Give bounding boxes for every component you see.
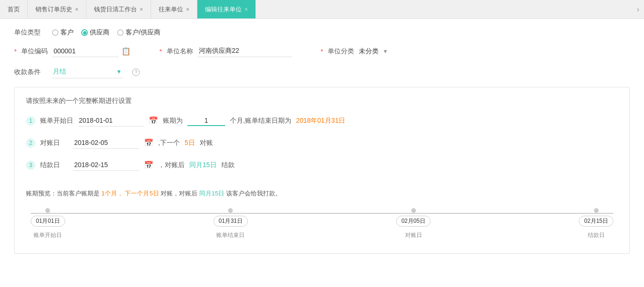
radio-both[interactable]: 客户/供应商 [117, 28, 161, 37]
payment-help-icon[interactable]: ? [132, 68, 140, 76]
timeline-badge-3: 02月05日 [396, 216, 431, 227]
step-2-number: 2 [26, 138, 35, 148]
timeline: 01月01日 账单开始日 01月31日 账单结束日 02月05日 对账日 [26, 208, 618, 239]
unit-classify-arrow-icon: ▼ [382, 48, 388, 55]
preview-text: 账期预览：当前客户账期是 1个月， 下一个月5日 对账，对账后 同月15日 该客… [26, 189, 618, 199]
radio-customer[interactable]: 客户 [52, 28, 74, 37]
radio-supplier[interactable]: 供应商 [81, 28, 110, 37]
tab-cash-work[interactable]: 钱货日清工作台 × [86, 0, 151, 18]
payment-date-calendar-icon[interactable]: 📅 [144, 160, 153, 169]
timeline-node-1: 01月01日 账单开始日 [31, 208, 65, 239]
timeline-node-4: 02月15日 结款日 [579, 208, 613, 239]
unit-type-row: 单位类型 客户 供应商 客户/供应商 [14, 28, 630, 37]
tab-partner-close[interactable]: × [186, 6, 189, 13]
tab-edit-partner-label: 编辑往来单位 [205, 5, 242, 14]
timeline-badge-4: 02月15日 [579, 216, 613, 227]
tab-cash-work-label: 钱货日清工作台 [94, 5, 137, 14]
setting-row-1: 1 账单开始日 📅 账期为 个月,账单结束日期为 2018年01月31日 [26, 115, 618, 127]
unit-name-input[interactable] [198, 45, 292, 57]
period-end-date: 2018年01月31日 [296, 117, 345, 125]
start-date-calendar-icon[interactable]: 📅 [149, 116, 158, 125]
tab-sales-history[interactable]: 销售订单历史 × [28, 0, 86, 18]
timeline-badge-1: 01月01日 [31, 216, 65, 227]
radio-customer-label: 客户 [60, 28, 74, 37]
payment-date-input[interactable] [73, 159, 139, 171]
timeline-node-2: 01月31日 账单结束日 [213, 208, 248, 239]
timeline-dot-1 [45, 208, 50, 213]
preview-box: 账期预览：当前客户账期是 1个月， 下一个月5日 对账，对账后 同月15日 该客… [26, 181, 618, 244]
page-content: 单位类型 客户 供应商 客户/供应商 * 单位编码 📋 * [0, 19, 644, 287]
preview-period: 1个月， [102, 190, 123, 197]
radio-customer-circle [52, 29, 59, 36]
reconcile-hint-day: 5日 [185, 139, 195, 147]
unit-name-label: 单位名称 [167, 47, 195, 56]
unit-classify-label: 单位分类 [328, 47, 356, 56]
timeline-dot-3 [411, 208, 416, 213]
reconcile-date-calendar-icon[interactable]: 📅 [144, 138, 153, 147]
tab-home[interactable]: 首页 [0, 0, 28, 18]
radio-both-circle [117, 29, 124, 36]
payment-dropdown[interactable]: 月结 ▼ [52, 66, 123, 78]
timeline-label-4: 结款日 [588, 231, 605, 239]
payment-value: 月结 [53, 68, 114, 76]
preview-payment: 同月15日 [199, 190, 224, 197]
period-label: 账期为 [163, 117, 183, 125]
payment-row: 收款条件 月结 ▼ ? [14, 66, 630, 78]
step-3-label: 结款日 [40, 161, 68, 169]
payment-dropdown-arrow-icon: ▼ [116, 68, 122, 75]
tab-cash-work-close[interactable]: × [140, 6, 143, 13]
timeline-label-1: 账单开始日 [34, 231, 62, 239]
period-unit: 个月,账单结束日期为 [230, 117, 291, 125]
payment-label: 收款条件 [14, 68, 42, 76]
unit-name-group: * 单位名称 [159, 45, 292, 57]
tab-partner-label: 往来单位 [159, 5, 183, 14]
timeline-node-3: 02月05日 对账日 [396, 208, 431, 239]
timeline-dot-4 [594, 208, 599, 213]
unit-code-input[interactable] [52, 45, 119, 57]
payment-hint-suffix: 结款 [221, 161, 235, 169]
step-1-number: 1 [26, 116, 35, 126]
unit-info-row: * 单位编码 📋 * 单位名称 * 单位分类 未分类 ▼ [14, 45, 630, 57]
tab-partner[interactable]: 往来单位 × [151, 0, 197, 18]
unit-code-icon[interactable]: 📋 [121, 47, 131, 56]
unit-classify-dropdown[interactable]: 未分类 ▼ [359, 47, 482, 56]
unit-type-radio-group: 客户 供应商 客户/供应商 [52, 28, 161, 37]
reconcile-hint-prefix: ,下一个 [158, 139, 180, 147]
period-value-input[interactable] [187, 116, 225, 126]
tab-edit-partner-close[interactable]: × [245, 6, 248, 13]
timeline-dot-2 [228, 208, 233, 213]
radio-supplier-label: 供应商 [90, 28, 110, 37]
preview-middle: 对账，对账后 [161, 190, 197, 197]
timeline-label-3: 对账日 [405, 231, 422, 239]
unit-code-group: * 单位编码 📋 [14, 45, 131, 57]
timeline-badge-2: 01月31日 [213, 216, 248, 227]
tab-sales-history-close[interactable]: × [75, 6, 78, 13]
preview-reconcile: 下一个月5日 [125, 190, 159, 197]
unit-type-label: 单位类型 [14, 28, 42, 37]
step-1-label: 账单开始日 [40, 117, 73, 125]
radio-supplier-circle [81, 29, 88, 36]
unit-name-star: * [159, 48, 161, 55]
settings-title: 请按照未来的一个完整帐期进行设置 [26, 97, 618, 105]
preview-end: 该客户会给我打款。 [226, 190, 281, 197]
unit-classify-value: 未分类 [359, 47, 379, 56]
tabs-bar: 首页 销售订单历史 × 钱货日清工作台 × 往来单位 × 编辑往来单位 × › [0, 0, 644, 19]
step-3-number: 3 [26, 160, 35, 170]
radio-both-label: 客户/供应商 [126, 28, 161, 37]
reconcile-hint-suffix: 对账 [200, 139, 213, 147]
tab-scroll-right[interactable]: › [632, 0, 644, 18]
unit-classify-star: * [321, 48, 323, 55]
tab-home-label: 首页 [8, 5, 20, 14]
tab-edit-partner[interactable]: 编辑往来单位 × [197, 0, 256, 18]
tab-sales-history-label: 销售订单历史 [35, 5, 72, 14]
payment-hint-prefix: ，对账后 [158, 161, 185, 169]
setting-row-2: 2 对账日 📅 ,下一个 5日 对账 [26, 137, 618, 149]
timeline-label-2: 账单结束日 [216, 231, 245, 239]
unit-classify-group: * 单位分类 未分类 ▼ [321, 47, 482, 56]
unit-code-star: * [14, 48, 17, 55]
reconcile-date-input[interactable] [73, 137, 139, 149]
start-date-input[interactable] [78, 115, 144, 127]
preview-label: 账期预览：当前客户账期是 [26, 190, 100, 197]
setting-row-3: 3 结款日 📅 ，对账后 同月15日 结款 [26, 159, 618, 171]
step-2-label: 对账日 [40, 139, 68, 147]
